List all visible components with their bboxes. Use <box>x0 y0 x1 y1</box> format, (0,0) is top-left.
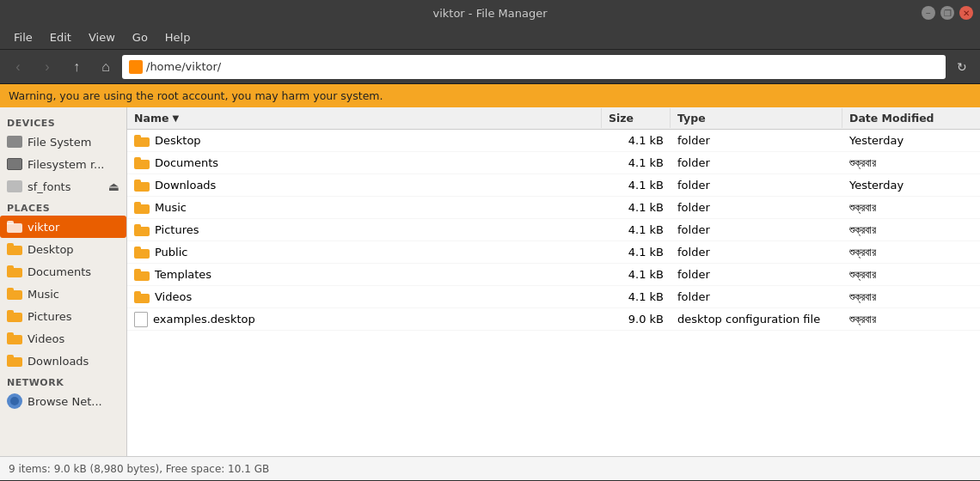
table-row[interactable]: Templates 4.1 kB folder শুক্রবার <box>127 264 980 286</box>
sidebar-label-pictures: Pictures <box>28 310 71 323</box>
address-text: /home/viktor/ <box>146 60 221 73</box>
file-size: 4.1 kB <box>602 132 671 149</box>
file-name-cell: Videos <box>127 289 602 305</box>
file-size: 4.1 kB <box>602 155 671 171</box>
menu-edit[interactable]: Edit <box>43 29 78 46</box>
address-bar[interactable]: /home/viktor/ <box>122 55 946 79</box>
folder-icon-downloads <box>7 353 22 368</box>
sidebar-item-downloads[interactable]: Downloads <box>0 350 126 372</box>
folder-icon-desktop <box>7 241 22 257</box>
table-row[interactable]: Videos 4.1 kB folder শুক্রবার <box>127 286 980 308</box>
file-type: folder <box>671 132 842 149</box>
sidebar: DEVICES File System Filesystem r... sf_f… <box>0 107 127 456</box>
file-date: শুক্রবার <box>842 155 980 172</box>
sidebar-label-videos: Videos <box>28 332 64 345</box>
refresh-button[interactable]: ↻ <box>949 55 975 79</box>
sidebar-item-filesystem-r[interactable]: Filesystem r... <box>0 153 126 175</box>
warning-text: Warning, you are using the root account,… <box>9 89 383 102</box>
sidebar-item-documents[interactable]: Documents <box>0 260 126 283</box>
table-row[interactable]: Documents 4.1 kB folder শুক্রবার <box>127 152 980 174</box>
removable-icon <box>7 179 22 194</box>
eject-icon[interactable]: ⏏ <box>108 180 119 193</box>
toolbar: ‹ › ↑ ⌂ /home/viktor/ ↻ <box>0 50 980 84</box>
menu-view[interactable]: View <box>82 29 122 46</box>
warning-banner: Warning, you are using the root account,… <box>0 84 980 107</box>
home-button[interactable]: ⌂ <box>93 55 119 79</box>
col-header-name[interactable]: Name ▼ <box>127 108 602 128</box>
file-size: 4.1 kB <box>602 266 671 283</box>
file-size: 4.1 kB <box>602 244 671 260</box>
col-size-label: Size <box>609 112 634 125</box>
minimize-button[interactable]: − <box>922 6 935 20</box>
table-row[interactable]: Music 4.1 kB folder শুক্রবার <box>127 197 980 219</box>
sidebar-section-network: NETWORK <box>0 372 126 390</box>
sidebar-label-desktop: Desktop <box>28 243 74 256</box>
table-row[interactable]: examples.desktop 9.0 kB desktop configur… <box>127 308 980 331</box>
menubar: File Edit View Go Help <box>0 26 980 50</box>
file-size: 4.1 kB <box>602 177 671 193</box>
back-button[interactable]: ‹ <box>5 55 31 79</box>
sidebar-item-filesystem[interactable]: File System <box>0 131 126 153</box>
file-list-header: Name ▼ Size Type Date Modified <box>127 107 980 130</box>
sidebar-item-videos[interactable]: Videos <box>0 327 126 350</box>
table-row[interactable]: Desktop 4.1 kB folder Yesterday <box>127 130 980 152</box>
table-row[interactable]: Downloads 4.1 kB folder Yesterday <box>127 174 980 197</box>
file-date: শুক্রবার <box>842 266 980 283</box>
file-name: Music <box>155 201 187 214</box>
file-size: 4.1 kB <box>602 222 671 238</box>
folder-icon <box>134 157 150 169</box>
sidebar-label-sf-fonts: sf_fonts <box>28 180 103 193</box>
main-layout: DEVICES File System Filesystem r... sf_f… <box>0 107 980 456</box>
file-name: Pictures <box>155 223 199 236</box>
sidebar-label-browse-network: Browse Net... <box>28 395 102 408</box>
col-header-size[interactable]: Size <box>602 108 671 128</box>
col-type-label: Type <box>677 112 706 125</box>
folder-icon-viktor <box>7 219 22 234</box>
file-type: folder <box>671 199 842 216</box>
folder-icon <box>134 202 150 214</box>
window-controls: − ❐ ✕ <box>922 6 973 20</box>
file-name-cell: Music <box>127 199 602 216</box>
file-name-cell: Desktop <box>127 132 602 149</box>
file-name-cell: Templates <box>127 266 602 283</box>
table-row[interactable]: Public 4.1 kB folder শুক্রবার <box>127 241 980 264</box>
window-title: viktor - File Manager <box>432 7 547 20</box>
sidebar-item-pictures[interactable]: Pictures <box>0 305 126 327</box>
file-name: examples.desktop <box>153 313 255 326</box>
sidebar-label-documents: Documents <box>28 265 91 278</box>
folder-icon-music <box>7 286 22 301</box>
menu-file[interactable]: File <box>7 29 40 46</box>
restore-button[interactable]: ❐ <box>940 6 954 20</box>
file-date: শুক্রবার <box>842 199 980 216</box>
folder-icon-pictures <box>7 308 22 324</box>
table-row[interactable]: Pictures 4.1 kB folder শুক্রবার <box>127 219 980 241</box>
file-type: desktop configuration file <box>671 311 842 327</box>
sidebar-item-viktor[interactable]: viktor <box>0 216 126 238</box>
close-button[interactable]: ✕ <box>959 6 973 20</box>
document-icon <box>134 312 148 327</box>
col-header-date[interactable]: Date Modified <box>842 108 980 128</box>
sidebar-item-sf-fonts[interactable]: sf_fonts ⏏ <box>0 175 126 198</box>
file-name-cell: examples.desktop <box>127 310 602 329</box>
folder-icon <box>134 224 150 236</box>
file-name-cell: Public <box>127 244 602 260</box>
sidebar-label-filesystem-r: Filesystem r... <box>28 158 104 171</box>
file-name-cell: Downloads <box>127 177 602 193</box>
sidebar-item-music[interactable]: Music <box>0 283 126 305</box>
statusbar: 9 items: 9.0 kB (8,980 bytes), Free spac… <box>0 456 980 480</box>
col-header-type[interactable]: Type <box>671 108 842 128</box>
up-button[interactable]: ↑ <box>64 55 89 79</box>
menu-go[interactable]: Go <box>126 29 155 46</box>
forward-button[interactable]: › <box>34 55 60 79</box>
sidebar-section-devices: DEVICES <box>0 113 126 131</box>
folder-icon <box>134 135 150 147</box>
folder-icon <box>134 269 150 281</box>
file-date: শুক্রবার <box>842 311 980 328</box>
sidebar-item-desktop[interactable]: Desktop <box>0 238 126 260</box>
file-type: folder <box>671 266 842 283</box>
menu-help[interactable]: Help <box>158 29 198 46</box>
folder-icon-documents <box>7 264 22 279</box>
file-list-body: Desktop 4.1 kB folder Yesterday Document… <box>127 130 980 456</box>
file-name: Downloads <box>155 179 216 192</box>
sidebar-item-browse-network[interactable]: Browse Net... <box>0 390 126 412</box>
